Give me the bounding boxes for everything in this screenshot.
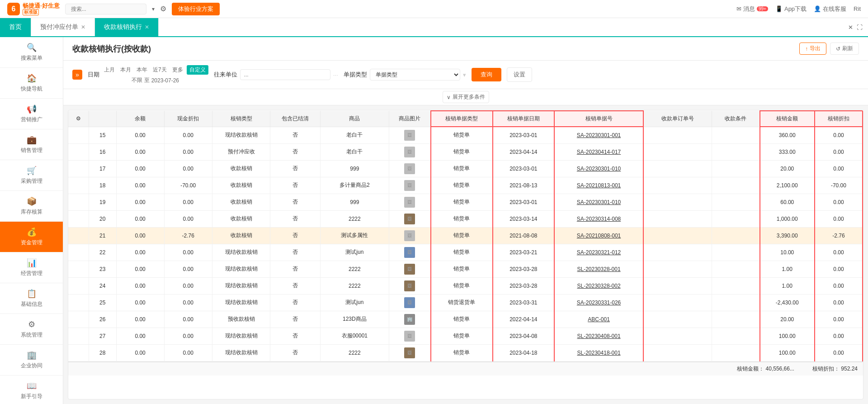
cell-product-img: 🏢	[389, 311, 431, 328]
cell-cash-discount: 0.00	[164, 328, 212, 344]
product-image: 🏢	[404, 314, 415, 325]
cell-bill-no[interactable]: SA-20210808-001	[554, 227, 643, 244]
cell-collect-condition	[712, 194, 760, 210]
sidebar-item-purchase[interactable]: 🛒 采购管理	[0, 160, 63, 191]
col-verify-amount: 核销金额	[760, 111, 815, 127]
bill-type-select[interactable]: 单据类型	[370, 69, 460, 81]
date-custom-btn[interactable]: 自定义	[187, 65, 208, 75]
gear-icon[interactable]: ⚙	[160, 5, 166, 13]
sidebar-item-guide[interactable]: 📖 新手引导	[0, 375, 63, 404]
date-btn-this-month[interactable]: 本月	[118, 65, 133, 75]
bill-type-label: 单据类型	[344, 71, 367, 79]
cell-bill-report-type: 销货单	[431, 277, 492, 294]
tab-prepay[interactable]: 预付冲应付单 ✕	[31, 18, 95, 36]
export-button[interactable]: ↑ 导出	[799, 43, 826, 55]
cell-verify-amount: 1.00	[760, 277, 815, 294]
app-logo: 6 畅捷通·好生意 标准版	[7, 2, 60, 16]
cell-bill-no[interactable]: SA-20230301-001	[554, 127, 643, 143]
user-name[interactable]: Rit	[854, 5, 861, 12]
cell-bill-no[interactable]: ABC-001	[554, 311, 643, 328]
sidebar-operations-label: 经营管理	[21, 270, 42, 277]
cell-balance: 0.00	[116, 328, 164, 344]
product-image: 🖼	[404, 180, 415, 191]
cell-bill-no[interactable]: SA-20230314-008	[554, 210, 643, 227]
online-service-btn[interactable]: 👤 在线客服	[814, 5, 846, 13]
tab-collect-close-icon[interactable]: ✕	[145, 24, 149, 30]
search-input[interactable]	[65, 4, 146, 14]
cell-verify-type: 预付冲应收	[212, 143, 270, 160]
cell-balance: 0.00	[116, 194, 164, 210]
sidebar-basic-label: 基础信息	[21, 300, 42, 308]
supplier-more-icon[interactable]: ···	[333, 71, 338, 78]
cell-verify-type: 收款核销	[212, 160, 270, 177]
cell-no: 28	[89, 344, 116, 361]
table-row: 16 0.00 0.00 预付冲应收 否 老白干 🖼 销货单 2023-04-1…	[68, 143, 863, 160]
column-settings-icon[interactable]: ⚙	[76, 115, 81, 122]
cell-bill-no[interactable]: SA-20230414-017	[554, 143, 643, 160]
filter-expand-button[interactable]: »	[72, 70, 82, 80]
purchase-icon: 🛒	[27, 166, 37, 176]
sidebar-item-marketing[interactable]: 📢 营销推广	[0, 99, 63, 129]
cell-collect-order-no	[643, 277, 712, 294]
cell-bill-report-type: 销货单	[431, 344, 492, 361]
cell-balance: 0.00	[116, 244, 164, 261]
sidebar-item-operations[interactable]: 📊 经营管理	[0, 252, 63, 283]
settings-button[interactable]: 设置	[507, 67, 532, 82]
cell-verify-amount: 20.00	[760, 160, 815, 177]
col-cash-discount: 现金折扣	[164, 111, 212, 127]
cell-bill-no[interactable]: SA-20230301-010	[554, 160, 643, 177]
message-btn[interactable]: ✉ 消息 99+	[736, 5, 768, 13]
cell-bill-no[interactable]: SL-20230328-002	[554, 277, 643, 294]
table-row: 23 0.00 0.00 现结收款核销 否 2222 🖼 销货单 2023-03…	[68, 261, 863, 277]
cell-bill-no[interactable]: SL-20230328-001	[554, 261, 643, 277]
supplier-input[interactable]	[240, 69, 330, 80]
cell-bill-no[interactable]: SA-20230331-026	[554, 294, 643, 311]
date-btn-more[interactable]: 更多	[170, 65, 185, 75]
cell-bill-no[interactable]: SL-20230408-001	[554, 328, 643, 344]
cell-cash-discount: 0.00	[164, 160, 212, 177]
tab-prepay-close-icon[interactable]: ✕	[81, 24, 85, 30]
sidebar-item-quicknav[interactable]: 🏠 快捷导航	[0, 68, 63, 99]
date-btn-7days[interactable]: 近7天	[151, 65, 169, 75]
dropdown-arrow-icon[interactable]: ▾	[152, 6, 155, 12]
tab-collect[interactable]: 收款核销执行 ✕	[95, 18, 159, 36]
sidebar-item-finance[interactable]: 💰 资金管理	[0, 222, 63, 252]
cell-product: 2222	[321, 210, 389, 227]
cell-bill-no[interactable]: SA-20210813-001	[554, 177, 643, 194]
cell-settings	[68, 227, 89, 244]
industry-button[interactable]: 体验行业方案	[172, 3, 220, 15]
cell-settings	[68, 160, 89, 177]
query-button[interactable]: 查询	[472, 68, 501, 81]
cell-bill-no[interactable]: SA-20230321-012	[554, 244, 643, 261]
sidebar-item-corp[interactable]: 🏢 企业协同	[0, 345, 63, 375]
cell-bill-report-type: 销货单	[431, 244, 492, 261]
cell-bill-no[interactable]: SL-20230418-001	[554, 344, 643, 361]
service-icon: 👤	[814, 5, 821, 12]
maximize-icon[interactable]: ⛶	[857, 24, 863, 31]
app-download-btn[interactable]: 📱 App下载	[775, 5, 807, 13]
refresh-icon: ↺	[836, 46, 840, 52]
sidebar-item-basic[interactable]: 📋 基础信息	[0, 283, 63, 314]
sidebar-item-inventory[interactable]: 📦 库存核算	[0, 191, 63, 222]
expand-conditions-button[interactable]: ∨ 展开更多条件	[443, 91, 489, 103]
refresh-button[interactable]: ↺ 刷新	[830, 43, 859, 55]
cell-collect-order-no	[643, 143, 712, 160]
date-btn-last-month[interactable]: 上月	[102, 65, 117, 75]
footer-verify-amount-value: 40,556,66...	[766, 366, 794, 372]
sidebar-item-sales[interactable]: 💼 销售管理	[0, 129, 63, 160]
cell-bill-date: 2022-04-14	[493, 311, 554, 328]
close-window-icon[interactable]: ✕	[848, 24, 853, 31]
date-btn-this-year[interactable]: 本年	[135, 65, 149, 75]
cell-cash-discount: 0.00	[164, 311, 212, 328]
sidebar-item-system[interactable]: ⚙ 系统管理	[0, 314, 63, 345]
cell-settings	[68, 344, 89, 361]
cell-bill-no[interactable]: SA-20230301-010	[554, 194, 643, 210]
cell-verify-type: 预收款核销	[212, 311, 270, 328]
sidebar-item-search[interactable]: 🔍 搜索菜单	[0, 37, 63, 68]
col-settings[interactable]: ⚙	[68, 111, 89, 127]
table-row: 21 0.00 -2.76 收款核销 否 测试多属性 🖼 销货单 2021-08…	[68, 227, 863, 244]
cell-verify-amount: 2,100.00	[760, 177, 815, 194]
tab-home[interactable]: 首页	[0, 18, 31, 36]
cell-verify-amount: 1.00	[760, 261, 815, 277]
page-header: 收款核销执行(按收款) ↑ 导出 ↺ 刷新	[63, 37, 868, 61]
